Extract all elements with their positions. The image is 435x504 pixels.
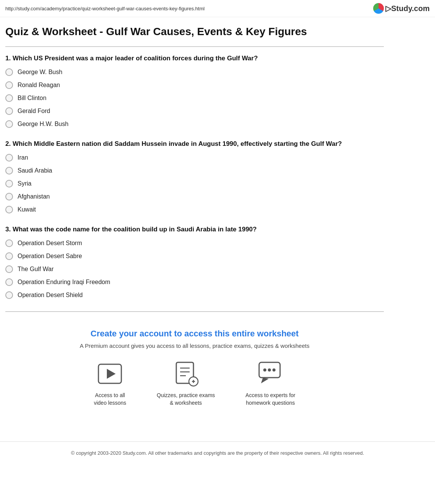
page-container: Quiz & Worksheet - Gulf War Causes, Even… — [0, 17, 389, 441]
option-row[interactable]: Operation Desert Sabre — [5, 252, 384, 260]
svg-point-11 — [263, 368, 266, 372]
option-label: Operation Desert Storm — [18, 240, 82, 247]
option-row[interactable]: George H.W. Bush — [5, 120, 384, 128]
page-title: Quiz & Worksheet - Gulf War Causes, Even… — [5, 25, 384, 39]
chat-icon — [257, 360, 284, 387]
option-row[interactable]: The Gulf War — [5, 265, 384, 273]
option-row[interactable]: Operation Enduring Iraqi Freedom — [5, 278, 384, 286]
option-label: Syria — [18, 180, 31, 187]
question-3-text: 3. What was the code name for the coalit… — [5, 226, 384, 233]
cta-title: Create your account to access this entir… — [5, 329, 384, 339]
question-2: 2. Which Middle Eastern nation did Sadda… — [5, 140, 384, 213]
radio-q2-opt5[interactable] — [5, 206, 13, 213]
feature-quiz-label: Quizzes, practice exams& worksheets — [157, 392, 215, 407]
footer-text: © copyright 2003-2020 Study.com. All oth… — [71, 450, 364, 456]
radio-q1-opt2[interactable] — [5, 81, 13, 89]
option-row[interactable]: Syria — [5, 180, 384, 187]
radio-q3-opt3[interactable] — [5, 265, 13, 273]
question-2-text: 2. Which Middle Eastern nation did Sadda… — [5, 140, 384, 148]
radio-q1-opt1[interactable] — [5, 68, 13, 76]
option-row[interactable]: Saudi Arabia — [5, 167, 384, 174]
option-row[interactable]: Afghanistan — [5, 193, 384, 200]
option-row[interactable]: Operation Desert Storm — [5, 239, 384, 247]
option-label: The Gulf War — [18, 266, 54, 273]
option-label: Bill Clinton — [18, 95, 47, 102]
radio-q1-opt3[interactable] — [5, 94, 13, 102]
cta-subtitle: A Premium account gives you access to al… — [5, 342, 384, 349]
bottom-divider — [5, 311, 384, 312]
footer: © copyright 2003-2020 Study.com. All oth… — [0, 441, 435, 465]
logo-text: ▷Study.com — [385, 4, 430, 13]
logo-icon — [373, 3, 384, 14]
question-3: 3. What was the code name for the coalit… — [5, 226, 384, 299]
option-row[interactable]: Ronald Reagan — [5, 81, 384, 89]
video-icon — [97, 360, 123, 387]
radio-q1-opt5[interactable] — [5, 120, 13, 128]
option-row[interactable]: Kuwait — [5, 206, 384, 213]
radio-q2-opt1[interactable] — [5, 154, 13, 162]
title-divider — [5, 46, 384, 47]
feature-video: Access to allvideo lessons — [94, 360, 126, 407]
option-label: Gerald Ford — [18, 108, 50, 115]
feature-chat: Access to experts forhomework questions — [245, 360, 295, 407]
radio-q3-opt1[interactable] — [5, 239, 13, 247]
radio-q2-opt3[interactable] — [5, 180, 13, 187]
radio-q2-opt2[interactable] — [5, 167, 13, 174]
url-bar: http://study.com/academy/practice/quiz-w… — [0, 0, 435, 17]
option-label: Iran — [18, 154, 28, 161]
option-row[interactable]: Operation Desert Shield — [5, 291, 384, 299]
radio-q2-opt4[interactable] — [5, 193, 13, 200]
option-label: Kuwait — [18, 206, 36, 213]
quiz-icon — [172, 360, 199, 387]
option-label: Saudi Arabia — [18, 167, 52, 174]
feature-chat-label: Access to experts forhomework questions — [245, 392, 295, 407]
option-label: Ronald Reagan — [18, 82, 60, 89]
option-label: Operation Desert Shield — [18, 292, 83, 299]
radio-q3-opt2[interactable] — [5, 252, 13, 260]
radio-q3-opt5[interactable] — [5, 291, 13, 299]
option-label: Afghanistan — [18, 193, 50, 200]
option-row[interactable]: George W. Bush — [5, 68, 384, 76]
question-1: 1. Which US President was a major leader… — [5, 55, 384, 128]
option-row[interactable]: Bill Clinton — [5, 94, 384, 102]
cta-section: Create your account to access this entir… — [5, 321, 384, 426]
svg-point-12 — [268, 368, 271, 372]
question-1-text: 1. Which US President was a major leader… — [5, 55, 384, 62]
radio-q3-opt4[interactable] — [5, 278, 13, 286]
radio-q1-opt4[interactable] — [5, 107, 13, 115]
url-text: http://study.com/academy/practice/quiz-w… — [5, 6, 205, 11]
option-label: George H.W. Bush — [18, 121, 68, 128]
feature-video-label: Access to allvideo lessons — [94, 392, 126, 407]
features-row: Access to allvideo lessons Quizzes, prac… — [5, 360, 384, 407]
option-row[interactable]: Gerald Ford — [5, 107, 384, 115]
option-label: Operation Desert Sabre — [18, 253, 82, 260]
svg-marker-1 — [107, 369, 116, 379]
option-label: Operation Enduring Iraqi Freedom — [18, 279, 110, 286]
feature-quiz: Quizzes, practice exams& worksheets — [157, 360, 215, 407]
option-label: George W. Bush — [18, 69, 62, 76]
logo: ▷Study.com — [373, 3, 430, 14]
svg-marker-10 — [261, 378, 269, 383]
option-row[interactable]: Iran — [5, 154, 384, 162]
svg-point-13 — [272, 368, 276, 372]
